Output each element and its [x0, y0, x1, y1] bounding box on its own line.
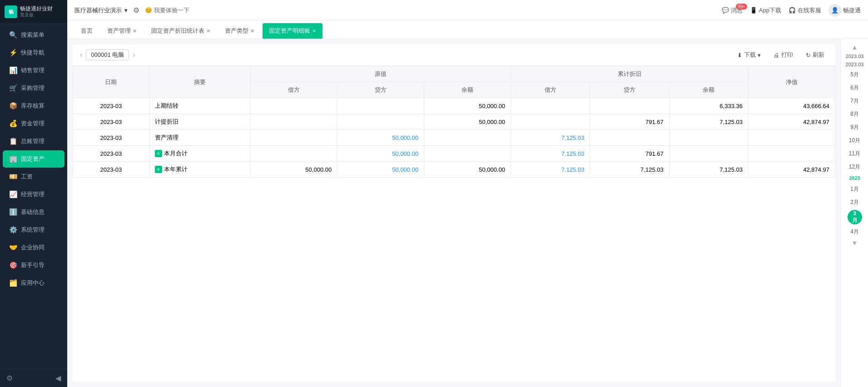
- timeline-year-tag: 2023: [849, 174, 860, 183]
- cell-lj-balance: 6,333.36: [669, 98, 748, 114]
- cell-netvalue: 43,666.64: [748, 98, 835, 114]
- cell-yz-balance: [424, 146, 511, 162]
- user-button[interactable]: 👤 畅捷通: [828, 4, 861, 17]
- timeline-month[interactable]: 12月: [841, 160, 868, 174]
- cell-yz-credit: 50,000.00: [337, 162, 424, 178]
- customer-service-icon: 🎧: [789, 7, 796, 14]
- asset-tag: 000001 电脑: [86, 50, 129, 60]
- cell-netvalue: 42,874.97: [748, 114, 835, 130]
- settings-icon[interactable]: ⚙: [6, 374, 13, 382]
- print-button[interactable]: 🖨 打印: [770, 49, 797, 61]
- enterprise-icon: 🤝: [9, 243, 17, 252]
- sidebar-header: 畅 畅捷通好业财 普及版: [0, 0, 67, 24]
- cell-lj-credit: 791.67: [590, 146, 669, 162]
- operations-icon: 📈: [9, 190, 17, 198]
- download-icon: 📱: [750, 7, 757, 14]
- timeline-month[interactable]: 9月: [841, 121, 868, 134]
- table-row: 2023-03 计提折旧 50,000.00 791.67 7,125.03 4…: [73, 114, 835, 130]
- tab-asset-detail[interactable]: 固定资产明细账 ✕: [263, 23, 322, 39]
- timeline-month[interactable]: 3月: [848, 210, 862, 224]
- tab-close-depreciation[interactable]: ✕: [206, 28, 210, 34]
- download-button[interactable]: ⬇ 下载 ▾: [734, 49, 764, 61]
- sidebar-item-ledger[interactable]: 📋 总账管理: [3, 133, 64, 150]
- page-area: ‹ 000001 电脑 › ⬇ 下载 ▾ 🖨 打印 ↻ 刷新: [67, 39, 868, 387]
- timeline-month[interactable]: 10月: [841, 134, 868, 147]
- tab-home[interactable]: 首页: [74, 23, 99, 39]
- tab-asset-type[interactable]: 资产类型 ✕: [218, 23, 261, 39]
- tab-depreciation-stats[interactable]: 固定资产折旧统计表 ✕: [145, 23, 217, 39]
- sidebar-item-funds[interactable]: 💰 资金管理: [3, 115, 64, 132]
- cell-summary: 上期结转: [149, 98, 251, 114]
- cell-yz-debit: [251, 114, 337, 130]
- asset-prev-icon[interactable]: ‹: [80, 51, 82, 59]
- cell-date: 2023-03: [73, 130, 149, 146]
- cell-lj-debit: [511, 98, 590, 114]
- table-row: 2023-03 资产清理 50,000.00 7,125.03: [73, 130, 835, 146]
- timeline-month[interactable]: 4月: [841, 225, 868, 238]
- timeline-year-prev: 2023.03: [846, 61, 864, 68]
- sidebar-item-system[interactable]: ⚙️ 系统管理: [3, 221, 64, 238]
- cell-lj-balance: 7,125.03: [669, 114, 748, 130]
- sidebar-item-search[interactable]: 🔍 搜索菜单: [3, 26, 64, 44]
- sidebar-item-inventory[interactable]: 📦 库存核算: [3, 97, 64, 114]
- timeline-month[interactable]: 5月: [841, 68, 868, 81]
- message-button[interactable]: 💬 消息 99+: [722, 6, 743, 15]
- cell-netvalue: [748, 146, 835, 162]
- asset-next-icon[interactable]: ›: [133, 51, 135, 59]
- refresh-icon: ↻: [806, 52, 811, 59]
- app-name: 畅捷通好业财: [20, 5, 53, 12]
- tab-close-asset-type[interactable]: ✕: [250, 28, 254, 34]
- sidebar-item-guide[interactable]: 🎯 新手引导: [3, 257, 64, 274]
- timeline-month[interactable]: 1月: [841, 183, 868, 196]
- col-header-lj-debit: 借方: [511, 82, 590, 98]
- cell-yz-debit: 50,000.00: [251, 162, 337, 178]
- timeline-month[interactable]: 11月: [841, 147, 868, 160]
- sidebar-item-basic-info[interactable]: ℹ️ 基础信息: [3, 203, 64, 221]
- tab-bar: 首页 资产管理 ✕ 固定资产折旧统计表 ✕ 资产类型 ✕ 固定资产明细账 ✕: [67, 21, 868, 39]
- timeline-panel: ▲ 2023.03 2023.03 5月6月7月8月9月10月11月12月 20…: [841, 39, 868, 387]
- message-icon: 💬: [722, 7, 729, 14]
- timeline-down-icon[interactable]: ▼: [851, 238, 859, 248]
- tab-asset-manage[interactable]: 资产管理 ✕: [101, 23, 143, 39]
- collapse-sidebar-icon[interactable]: ◀: [55, 374, 61, 382]
- cell-yz-credit: [337, 114, 424, 130]
- cell-date: 2023-03: [73, 98, 149, 114]
- company-dropdown-icon: ▾: [124, 7, 128, 14]
- timeline-up-icon[interactable]: ▲: [851, 43, 859, 52]
- sidebar-item-enterprise[interactable]: 🤝 企业协同: [3, 239, 64, 256]
- sidebar-item-payroll[interactable]: 💴 工资: [3, 168, 64, 185]
- sidebar-nav: 🔍 搜索菜单 ⚡ 快捷导航 📊 销售管理 🛒 采购管理 📦 库存核算 💰 资金管…: [0, 24, 67, 369]
- cell-lj-debit: [511, 114, 590, 130]
- experience-button[interactable]: 😊 我要体验一下: [145, 6, 189, 15]
- settings-gear-icon[interactable]: ⚙: [133, 6, 139, 15]
- sidebar-item-purchase[interactable]: 🛒 采购管理: [3, 79, 64, 97]
- app-logo: 畅: [5, 5, 17, 18]
- timeline-month[interactable]: 8月: [841, 108, 868, 121]
- cell-date: 2023-03: [73, 162, 149, 178]
- table-container: 日期 摘要 原值 累计折旧 净值 借方 贷方 余额 借方 贷方 余额: [73, 66, 835, 382]
- sidebar-item-sales[interactable]: 📊 销售管理: [3, 62, 64, 79]
- cell-lj-credit: 791.67: [590, 114, 669, 130]
- sidebar-item-quick-nav[interactable]: ⚡ 快捷导航: [3, 44, 64, 61]
- sidebar-item-fixed-assets[interactable]: 🏢 固定资产: [3, 150, 64, 168]
- timeline-month[interactable]: 6月: [841, 81, 868, 94]
- customer-service-button[interactable]: 🎧 在线客服: [789, 6, 821, 15]
- cell-summary: ≡本年累计: [149, 162, 251, 178]
- sidebar-item-operations[interactable]: 📈 经营管理: [3, 186, 64, 203]
- sidebar-item-app-center[interactable]: 🗂️ 应用中心: [3, 274, 64, 292]
- company-name: 医疗器械行业演示: [74, 6, 122, 15]
- app-download-button[interactable]: 📱 App下载: [750, 6, 781, 15]
- cell-summary: 资产清理: [149, 130, 251, 146]
- tab-close-asset-detail[interactable]: ✕: [312, 28, 316, 34]
- timeline-month[interactable]: 2月: [841, 196, 868, 209]
- timeline-month[interactable]: 7月: [841, 94, 868, 108]
- main-content: 医疗器械行业演示 ▾ ⚙ 😊 我要体验一下 💬 消息 99+ 📱 App下载 🎧…: [67, 0, 868, 387]
- cell-yz-debit: [251, 98, 337, 114]
- col-header-lj-balance: 余额: [669, 82, 748, 98]
- download-icon: ⬇: [737, 52, 742, 59]
- company-selector[interactable]: 医疗器械行业演示 ▾: [74, 6, 128, 15]
- cell-lj-credit: [590, 98, 669, 114]
- refresh-button[interactable]: ↻ 刷新: [802, 49, 828, 61]
- tab-close-asset-manage[interactable]: ✕: [133, 28, 137, 34]
- experience-icon: 😊: [145, 7, 152, 14]
